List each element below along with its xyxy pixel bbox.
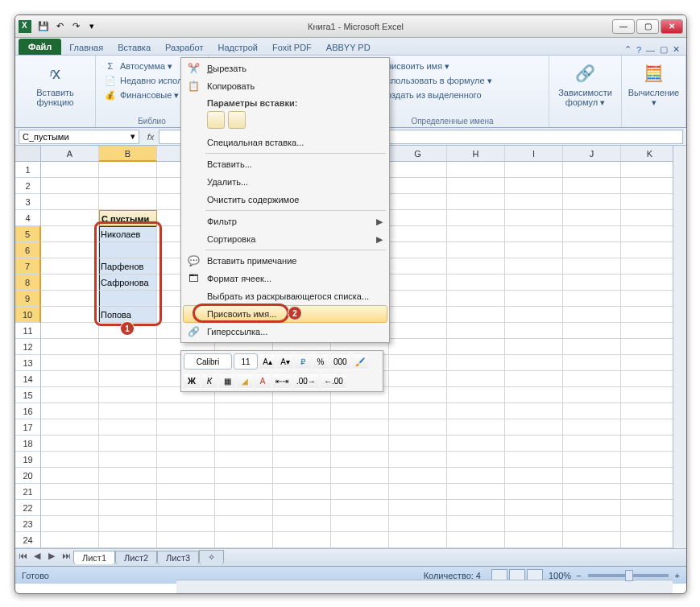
cell[interactable] [505, 436, 563, 452]
cell-b10[interactable]: Попова [99, 307, 157, 323]
cell[interactable] [41, 226, 99, 242]
cell[interactable] [41, 178, 99, 194]
cell[interactable] [273, 500, 331, 516]
row-9[interactable]: 9 [15, 291, 41, 307]
doc-minimize[interactable]: — [646, 45, 655, 55]
cell[interactable] [447, 355, 505, 371]
cell[interactable] [621, 339, 679, 355]
cell[interactable] [389, 484, 447, 500]
cell[interactable] [621, 500, 679, 516]
cell[interactable] [563, 452, 621, 468]
cell[interactable] [505, 452, 563, 468]
col-G[interactable]: G [389, 146, 447, 162]
cell[interactable] [331, 436, 389, 452]
cell[interactable] [621, 355, 679, 371]
column-header-cell[interactable]: С пустыми [99, 210, 157, 226]
cell[interactable] [505, 532, 563, 548]
tab-nav-prev[interactable]: ◀ [30, 551, 44, 565]
mini-dec-decimal[interactable]: .00→ [293, 373, 319, 389]
cell[interactable] [41, 355, 99, 371]
cell[interactable] [447, 339, 505, 355]
mini-comma[interactable]: 000 [330, 353, 350, 370]
cell[interactable] [389, 226, 447, 242]
cell[interactable] [621, 419, 679, 436]
row-18[interactable]: 18 [15, 436, 41, 452]
cell[interactable] [563, 484, 621, 500]
qat-customize[interactable]: ▾ [85, 19, 99, 34]
cell[interactable] [389, 178, 447, 194]
cell[interactable] [621, 468, 679, 484]
cell[interactable] [621, 226, 679, 242]
cell[interactable] [215, 484, 273, 500]
cell[interactable] [389, 323, 447, 339]
cell[interactable] [389, 355, 447, 371]
cell[interactable] [157, 484, 215, 500]
cell[interactable] [563, 419, 621, 436]
mini-accounting[interactable]: ₽ [295, 353, 311, 370]
cell[interactable] [41, 452, 99, 468]
row-24[interactable]: 24 [15, 532, 41, 548]
cell[interactable] [447, 242, 505, 258]
cell[interactable] [99, 516, 157, 532]
cell[interactable] [563, 339, 621, 355]
cell[interactable] [447, 403, 505, 419]
cell[interactable] [157, 500, 215, 516]
cell[interactable] [563, 258, 621, 275]
cell[interactable] [447, 436, 505, 452]
cell[interactable] [389, 532, 447, 548]
mini-grow-font[interactable]: A▴ [259, 353, 275, 370]
cell[interactable] [621, 275, 679, 291]
cell[interactable] [447, 210, 505, 226]
tab-nav-first[interactable]: ⏮ [15, 551, 30, 565]
cell[interactable] [447, 162, 505, 178]
cell[interactable] [99, 452, 157, 468]
cell[interactable] [447, 323, 505, 339]
cell[interactable] [389, 242, 447, 258]
row-3[interactable]: 3 [15, 194, 41, 210]
cell[interactable] [157, 452, 215, 468]
mini-fill-color[interactable]: ◢ [237, 373, 253, 389]
cell-b8[interactable]: Сафронова [99, 275, 157, 291]
cell[interactable] [621, 484, 679, 500]
cell[interactable] [331, 516, 389, 532]
sheet-tab-2[interactable]: Лист2 [115, 551, 157, 564]
col-A[interactable]: A [41, 146, 99, 162]
cell[interactable] [41, 323, 99, 339]
mini-font[interactable]: Calibri [184, 353, 232, 370]
doc-restore[interactable]: ▢ [660, 44, 668, 55]
cell[interactable] [389, 500, 447, 516]
cell-b6[interactable] [99, 242, 157, 258]
mini-shrink-font[interactable]: A▾ [277, 353, 293, 370]
cell[interactable] [505, 387, 563, 403]
help-icon[interactable]: ? [636, 45, 641, 55]
cell[interactable] [505, 403, 563, 419]
cell[interactable] [621, 242, 679, 258]
cell[interactable] [41, 307, 99, 323]
vertical-scrollbar[interactable] [673, 146, 686, 548]
cell[interactable] [447, 419, 505, 436]
cell[interactable] [621, 532, 679, 548]
doc-close[interactable]: ✕ [673, 44, 680, 55]
cell[interactable] [447, 178, 505, 194]
cell[interactable] [157, 532, 215, 548]
cell[interactable] [505, 468, 563, 484]
cell[interactable] [41, 194, 99, 210]
cell[interactable] [99, 339, 157, 355]
cell[interactable] [621, 452, 679, 468]
row-8[interactable]: 8 [15, 275, 41, 291]
cell[interactable] [41, 516, 99, 532]
cell[interactable] [563, 371, 621, 387]
cell[interactable] [41, 484, 99, 500]
select-all-corner[interactable] [15, 146, 41, 162]
cell[interactable] [215, 532, 273, 548]
sheet-tab-3[interactable]: Лист3 [157, 551, 199, 564]
cell[interactable] [331, 452, 389, 468]
row-11[interactable]: 11 [15, 323, 41, 339]
ribbon-minimize[interactable]: ⌃ [624, 44, 632, 55]
cell[interactable] [563, 500, 621, 516]
cell[interactable] [505, 484, 563, 500]
zoom-in[interactable]: + [675, 571, 680, 580]
cell[interactable] [505, 210, 563, 226]
cell[interactable] [621, 258, 679, 275]
ctx-paste-special[interactable]: Специальная вставка... [183, 134, 387, 151]
